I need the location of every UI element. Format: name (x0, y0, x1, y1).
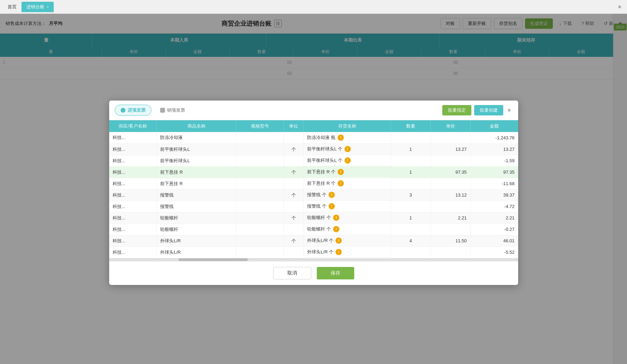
warning-icon[interactable]: ! (338, 180, 344, 187)
modal-table: 供应/客户名称 商品名称 规格型号 单位 存货名称 数量 单价 金额 科技...… (109, 120, 518, 258)
modal-close-button[interactable]: × (506, 106, 513, 114)
tab-xiaoxiang-fapiao[interactable]: 销项发票 (154, 105, 191, 116)
tab-jinxiang-fapiao[interactable]: 进项发票 (115, 105, 151, 116)
col-amount: 金额 (470, 120, 518, 132)
col-unit-price: 单价 (430, 120, 470, 132)
col-product-name: 商品名称 (157, 120, 236, 132)
warning-icon[interactable]: ! (333, 226, 339, 232)
modal-table-wrapper[interactable]: 供应/客户名称 商品名称 规格型号 单位 存货名称 数量 单价 金额 科技...… (109, 120, 518, 258)
xiaoxiang-icon (160, 108, 165, 113)
modal-header-actions: 批量指定 批量创建 (442, 105, 503, 115)
modal-header: 进项发票 销项发票 批量指定 批量创建 × (109, 101, 518, 120)
table-row: 科技...前下悬挂 R个前下悬挂 R 个!197.3597.35 (109, 166, 518, 178)
table-row: 科技...前下悬挂 R前下悬挂 R 个!-11.68 (109, 178, 518, 189)
warning-icon[interactable]: ! (345, 146, 351, 152)
modal-scrollbar-thumb[interactable] (178, 258, 248, 261)
table-row: 科技...前平衡杆球头L个前平衡杆球头L 个!113.2713.27 (109, 144, 518, 155)
table-row: 科技...防冻冷却液防冻冷却液 瓶!-1,243.76 (109, 132, 518, 144)
main-page: 销售成本计算方法： 月平均 商贸企业进销台账 目 对账 重新开账 存货别名 生成… (0, 14, 627, 364)
warning-icon[interactable]: ! (329, 203, 335, 209)
table-row: 科技...轮毂螺杆个轮毂螺杆 个!12.212.21 (109, 212, 518, 224)
warning-icon[interactable]: ! (329, 192, 335, 198)
table-row: 科技...前平衡杆球头L前平衡杆球头L 个!-1.59 (109, 155, 518, 166)
tab-close-icon[interactable]: × (46, 5, 49, 9)
batch-create-button[interactable]: 批量创建 (474, 105, 503, 115)
save-button[interactable]: 保存 (317, 267, 354, 279)
warning-icon[interactable]: ! (336, 237, 342, 244)
modal-body: 供应/客户名称 商品名称 规格型号 单位 存货名称 数量 单价 金额 科技...… (109, 120, 518, 261)
warning-icon[interactable]: ! (338, 169, 344, 175)
table-row: 科技...外球头L/R外球头L/R 个!-5.52 (109, 246, 518, 258)
modal-footer: 取消 保存 (109, 261, 518, 285)
window-close-button[interactable]: × (618, 3, 621, 10)
batch-assign-button[interactable]: 批量指定 (442, 105, 471, 115)
tab-bar: 首页 进销台账 × × (0, 0, 627, 14)
tab-ledger[interactable]: 进销台账 × (21, 2, 54, 12)
col-spec-model: 规格型号 (236, 120, 284, 132)
modal-scrollbar[interactable] (109, 258, 518, 261)
modal-dialog: 进项发票 销项发票 批量指定 批量创建 × 供应/客户名称 商品名称 (109, 101, 518, 285)
table-row: 科技...轮毂螺杆轮毂螺杆 个!-0.27 (109, 224, 518, 235)
table-row: 科技...报警线报警线 个!-4.72 (109, 201, 518, 212)
table-header-row: 供应/客户名称 商品名称 规格型号 单位 存货名称 数量 单价 金额 (109, 120, 518, 132)
warning-icon[interactable]: ! (338, 135, 344, 141)
tab-home[interactable]: 首页 (3, 2, 21, 12)
warning-icon[interactable]: ! (333, 215, 339, 221)
col-inventory-name: 存货名称 (304, 120, 391, 132)
warning-icon[interactable]: ! (345, 157, 351, 164)
col-quantity: 数量 (391, 120, 431, 132)
jinxiang-icon (121, 108, 125, 113)
warning-icon[interactable]: ! (336, 249, 342, 255)
cancel-button[interactable]: 取消 (273, 267, 311, 279)
table-row: 科技...外球头L/R个外球头L/R 个!411.5046.01 (109, 235, 518, 246)
table-row: 科技...报警线个报警线 个!313.1239.37 (109, 189, 518, 201)
col-unit: 单位 (284, 120, 304, 132)
col-supplier: 供应/客户名称 (109, 120, 157, 132)
